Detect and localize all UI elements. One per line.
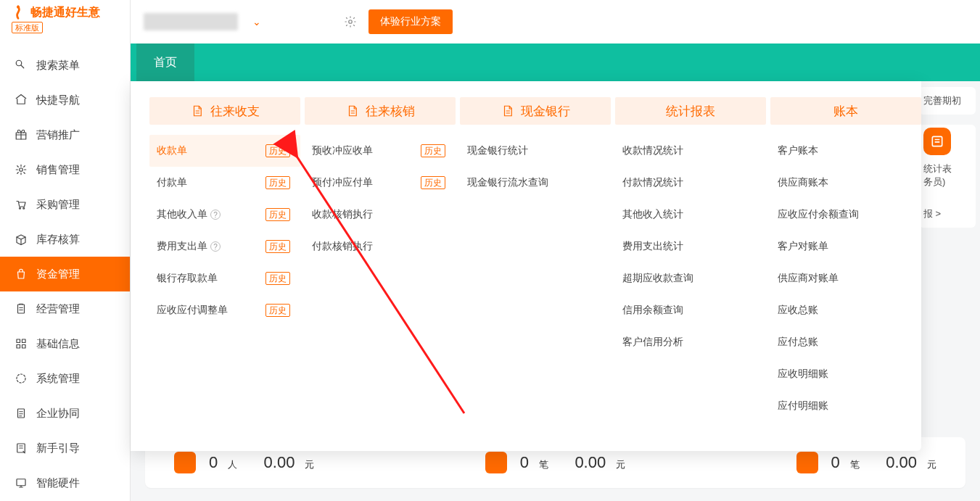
history-badge[interactable]: 历史 — [421, 144, 445, 157]
flyout-column-4: 账本客户账本供应商账本应收应付余额查询客户对账单供应商对账单应收总账应付总账应收… — [770, 97, 921, 422]
sidebar-item-label: 基础信息 — [36, 337, 80, 351]
peek-card-1: 完善期初 — [919, 87, 976, 115]
history-badge[interactable]: 历史 — [265, 208, 290, 221]
stat-icon — [485, 452, 507, 473]
menu-item-label: 应付总账 — [778, 336, 818, 349]
stat-amount: 0.00 — [264, 453, 295, 472]
menu-item-0-5[interactable]: 应收应付调整单历史 — [149, 294, 300, 326]
flyout-column-header: 账本 — [770, 97, 921, 125]
circle-icon — [15, 372, 28, 385]
menu-item-2-1[interactable]: 现金银行流水查询 — [460, 167, 611, 199]
cta-button[interactable]: 体验行业方案 — [368, 9, 453, 34]
history-badge[interactable]: 历史 — [265, 240, 290, 253]
history-badge[interactable]: 历史 — [265, 304, 290, 317]
menu-item-4-7[interactable]: 应收明细账 — [770, 358, 921, 390]
gear-icon — [15, 163, 28, 176]
sidebar-item-8[interactable]: 基础信息 — [0, 326, 130, 361]
menu-item-1-3[interactable]: 付款核销执行 — [305, 231, 456, 262]
menu-item-0-2[interactable]: 其他收入单?历史 — [149, 199, 300, 231]
funds-mega-menu: 往来收支收款单历史付款单历史其他收入单?历史费用支出单?历史银行存取款单历史应收… — [131, 81, 921, 451]
sidebar-item-5[interactable]: 库存核算 — [0, 222, 130, 257]
menu-item-3-1[interactable]: 付款情况统计 — [615, 167, 766, 199]
stat-unit: 笔 — [539, 458, 548, 471]
menu-item-label: 付款核销执行 — [312, 240, 373, 253]
menu-item-4-6[interactable]: 应付总账 — [770, 326, 921, 358]
sidebar-item-7[interactable]: 经营管理 — [0, 291, 130, 326]
menu-item-4-2[interactable]: 应收应付余额查询 — [770, 199, 921, 231]
sidebar-item-label: 快捷导航 — [36, 94, 80, 107]
history-badge[interactable]: 历史 — [265, 176, 290, 189]
menu-item-0-1[interactable]: 付款单历史 — [149, 167, 300, 199]
menu-item-label: 其他收入统计 — [622, 208, 683, 221]
sidebar-item-11[interactable]: 新手引导 — [0, 431, 130, 465]
menu-item-3-6[interactable]: 客户信用分析 — [615, 326, 766, 358]
sidebar-item-label: 营销推广 — [36, 128, 80, 142]
menu-item-4-1[interactable]: 供应商账本 — [770, 167, 921, 199]
peek-text-2a: 统计表 — [923, 162, 971, 175]
menu-item-label: 收款核销执行 — [312, 208, 373, 221]
menu-item-2-0[interactable]: 现金银行统计 — [460, 135, 611, 167]
stat-amount: 0.00 — [886, 453, 917, 472]
bag-icon — [15, 268, 28, 281]
doc-icon — [501, 104, 515, 118]
menu-item-4-5[interactable]: 应收总账 — [770, 294, 921, 326]
org-selector[interactable]: ⌄ — [144, 13, 332, 30]
flyout-column-2: 现金银行现金银行统计现金银行流水查询 — [460, 97, 611, 422]
menu-item-0-3[interactable]: 费用支出单?历史 — [149, 231, 300, 262]
stat-count: 0 — [209, 453, 218, 472]
menu-item-label: 供应商对账单 — [778, 272, 839, 285]
sidebar-item-2[interactable]: 营销推广 — [0, 117, 130, 152]
tv-icon — [15, 476, 28, 489]
settings-icon[interactable] — [341, 12, 360, 31]
sidebar-item-label: 搜索菜单 — [36, 59, 80, 73]
sidebar-item-3[interactable]: 销售管理 — [0, 152, 130, 187]
flyout-column-header: 往来核销 — [305, 97, 456, 125]
sidebar-item-label: 采购管理 — [36, 198, 80, 212]
cart-icon — [15, 198, 28, 211]
sidebar-item-9[interactable]: 系统管理 — [0, 361, 130, 396]
tab-home[interactable]: 首页 — [136, 44, 194, 81]
menu-item-1-1[interactable]: 预付冲应付单历史 — [305, 167, 456, 199]
menu-item-label: 收款单 — [157, 144, 187, 157]
menu-item-0-0[interactable]: 收款单历史 — [149, 135, 300, 167]
menu-item-label: 应收总账 — [778, 304, 818, 317]
sidebar-item-4[interactable]: 采购管理 — [0, 187, 130, 222]
menu-item-3-0[interactable]: 收款情况统计 — [615, 135, 766, 167]
tab-strip: 首页 — [131, 44, 980, 81]
sidebar-item-0[interactable]: 搜索菜单 — [0, 48, 130, 83]
sidebar-item-10[interactable]: 企业协同 — [0, 396, 130, 431]
menu-item-3-5[interactable]: 信用余额查询 — [615, 294, 766, 326]
sidebar-item-label: 企业协同 — [36, 407, 80, 421]
menu-item-label: 客户账本 — [778, 144, 818, 157]
menu-item-label: 预收冲应收单 — [312, 144, 373, 157]
svg-rect-6 — [18, 305, 25, 313]
sidebar-nav: 搜索菜单快捷导航营销推广销售管理采购管理库存核算资金管理经营管理基础信息系统管理… — [0, 44, 130, 500]
stat-icon — [796, 452, 818, 473]
box-icon — [15, 233, 28, 246]
sidebar-item-label: 销售管理 — [36, 163, 80, 177]
menu-item-4-4[interactable]: 供应商对账单 — [770, 262, 921, 294]
svg-point-15 — [349, 20, 353, 24]
history-badge[interactable]: 历史 — [265, 144, 290, 157]
menu-item-label: 费用支出统计 — [622, 240, 683, 253]
history-badge[interactable]: 历史 — [265, 272, 290, 285]
sidebar-item-label: 系统管理 — [36, 372, 80, 386]
menu-item-3-3[interactable]: 费用支出统计 — [615, 231, 766, 262]
menu-item-3-4[interactable]: 超期应收款查询 — [615, 262, 766, 294]
sidebar-item-12[interactable]: 智能硬件 — [0, 465, 130, 500]
menu-item-0-4[interactable]: 银行存取款单历史 — [149, 262, 300, 294]
help-icon: ? — [210, 210, 221, 220]
menu-item-1-0[interactable]: 预收冲应收单历史 — [305, 135, 456, 167]
menu-item-3-2[interactable]: 其他收入统计 — [615, 199, 766, 231]
history-badge[interactable]: 历史 — [421, 176, 445, 189]
menu-item-label: 收款情况统计 — [622, 144, 683, 157]
sidebar-item-1[interactable]: 快捷导航 — [0, 83, 130, 117]
sidebar-item-6[interactable]: 资金管理 — [0, 257, 130, 291]
menu-item-4-8[interactable]: 应付明细账 — [770, 390, 921, 422]
org-name-redacted — [144, 13, 238, 30]
menu-item-4-3[interactable]: 客户对账单 — [770, 231, 921, 262]
menu-item-1-2[interactable]: 收款核销执行 — [305, 199, 456, 231]
sidebar: 畅捷通好生意 标准版 搜索菜单快捷导航营销推广销售管理采购管理库存核算资金管理经… — [0, 0, 131, 501]
menu-item-4-0[interactable]: 客户账本 — [770, 135, 921, 167]
stat-unit: 人 — [228, 458, 237, 471]
